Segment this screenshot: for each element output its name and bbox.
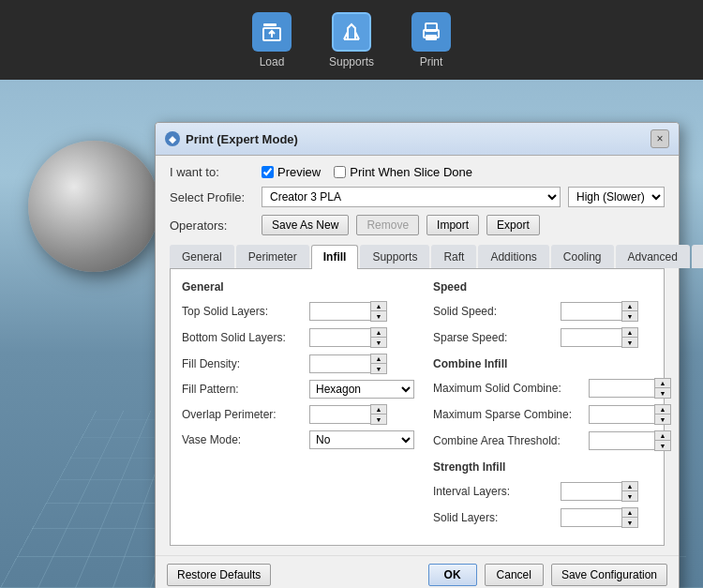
solid-speed-label: Solid Speed: bbox=[433, 305, 555, 318]
sparse-speed-up[interactable]: ▲ bbox=[622, 328, 637, 338]
top-solid-layers-spinner[interactable]: 6 ▲ ▼ bbox=[309, 301, 387, 322]
save-as-new-button[interactable]: Save As New bbox=[262, 215, 349, 235]
overlap-perimeter-spinner[interactable]: 15% ▲ ▼ bbox=[309, 404, 387, 425]
solid-layers-up[interactable]: ▲ bbox=[622, 508, 637, 518]
preview-checkbox[interactable] bbox=[262, 166, 274, 178]
combine-area-threshold-up[interactable]: ▲ bbox=[655, 431, 670, 441]
preview-checkbox-item[interactable]: Preview bbox=[262, 165, 321, 179]
max-sparse-combine-down[interactable]: ▼ bbox=[655, 415, 670, 424]
ok-button[interactable]: OK bbox=[428, 564, 477, 586]
top-solid-layers-row: Top Solid Layers: 6 ▲ ▼ bbox=[182, 301, 414, 322]
dialog-title-group: ◆ Print (Expert Mode) bbox=[165, 131, 298, 146]
tab-additions[interactable]: Additions bbox=[478, 245, 548, 268]
cancel-button[interactable]: Cancel bbox=[485, 564, 544, 586]
solid-speed-up[interactable]: ▲ bbox=[622, 302, 637, 311]
max-solid-combine-spinner-btns: ▲ ▼ bbox=[654, 378, 671, 399]
toolbar-item-print[interactable]: Print bbox=[411, 12, 451, 68]
select-profile-row: Select Profile: Creator 3 PLA High (Slow… bbox=[170, 187, 665, 207]
bottom-solid-layers-spinner-btns: ▲ ▼ bbox=[370, 327, 387, 348]
sparse-speed-down[interactable]: ▼ bbox=[622, 338, 637, 347]
i-want-to-label: I want to: bbox=[170, 165, 254, 179]
tab-general[interactable]: General bbox=[170, 245, 234, 268]
toolbar: Load Supports Print bbox=[0, 0, 703, 80]
max-solid-combine-up[interactable]: ▲ bbox=[655, 379, 670, 388]
combine-area-threshold-input[interactable]: 150mm^2 bbox=[589, 431, 654, 450]
solid-layers-spinner[interactable]: 1 ▲ ▼ bbox=[561, 507, 638, 528]
bottom-solid-layers-down[interactable]: ▼ bbox=[371, 338, 386, 347]
svg-point-7 bbox=[435, 33, 437, 35]
profile-select[interactable]: Creator 3 PLA bbox=[262, 187, 561, 207]
overlap-perimeter-up[interactable]: ▲ bbox=[371, 405, 386, 415]
dialog-title-icon: ◆ bbox=[165, 131, 180, 146]
max-solid-combine-input[interactable]: 1 Layers bbox=[589, 379, 654, 398]
print-when-done-checkbox-item[interactable]: Print When Slice Done bbox=[334, 165, 472, 179]
max-sparse-combine-spinner[interactable]: 2 Layers ▲ ▼ bbox=[589, 404, 671, 425]
tab-advanced[interactable]: Advanced bbox=[616, 245, 690, 268]
sparse-speed-input[interactable]: 100% bbox=[561, 328, 621, 347]
bottom-solid-layers-input[interactable]: 6 bbox=[309, 328, 370, 347]
import-button[interactable]: Import bbox=[426, 215, 479, 235]
combine-area-threshold-spinner[interactable]: 150mm^2 ▲ ▼ bbox=[589, 430, 671, 451]
top-solid-layers-down[interactable]: ▼ bbox=[371, 311, 386, 321]
toolbar-item-supports[interactable]: Supports bbox=[329, 12, 374, 68]
vase-mode-select[interactable]: No bbox=[309, 430, 414, 449]
bottom-solid-layers-up[interactable]: ▲ bbox=[371, 328, 386, 338]
overlap-perimeter-spinner-btns: ▲ ▼ bbox=[370, 404, 387, 425]
tab-cooling[interactable]: Cooling bbox=[551, 245, 614, 268]
interval-layers-spinner[interactable]: 0 ▲ ▼ bbox=[561, 481, 638, 502]
solid-speed-input[interactable]: 70% bbox=[561, 302, 621, 321]
max-solid-combine-spinner[interactable]: 1 Layers ▲ ▼ bbox=[589, 378, 671, 399]
supports-icon bbox=[332, 12, 371, 52]
solid-layers-down[interactable]: ▼ bbox=[622, 518, 637, 527]
solid-speed-spinner[interactable]: 70% ▲ ▼ bbox=[561, 301, 638, 322]
fill-density-down[interactable]: ▼ bbox=[371, 364, 386, 373]
close-button[interactable]: × bbox=[651, 129, 669, 148]
tab-others[interactable]: Others bbox=[692, 245, 703, 268]
vase-mode-label: Vase Mode: bbox=[182, 433, 304, 446]
fill-density-input[interactable]: 100% bbox=[309, 354, 370, 373]
export-button[interactable]: Export bbox=[486, 215, 540, 235]
svg-rect-0 bbox=[263, 23, 277, 26]
dialog-body: I want to: Preview Print When Slice Done… bbox=[156, 156, 679, 555]
tab-perimeter[interactable]: Perimeter bbox=[236, 245, 309, 268]
fill-density-spinner[interactable]: 100% ▲ ▼ bbox=[309, 354, 387, 374]
sparse-speed-spinner[interactable]: 100% ▲ ▼ bbox=[561, 327, 638, 348]
tab-raft[interactable]: Raft bbox=[431, 245, 476, 268]
remove-button[interactable]: Remove bbox=[356, 215, 419, 235]
top-solid-layers-up[interactable]: ▲ bbox=[371, 302, 386, 311]
top-solid-layers-spinner-btns: ▲ ▼ bbox=[370, 301, 387, 322]
combine-area-threshold-down[interactable]: ▼ bbox=[655, 441, 670, 450]
fill-density-up[interactable]: ▲ bbox=[371, 354, 386, 364]
infill-tab-content: General Top Solid Layers: 6 ▲ ▼ Bottom S… bbox=[170, 269, 665, 546]
max-sparse-combine-label: Maximum Sparse Combine: bbox=[433, 408, 583, 421]
solid-layers-input[interactable]: 1 bbox=[561, 508, 621, 527]
footer-left: Restore Defaults bbox=[167, 564, 271, 586]
print-dialog: ◆ Print (Expert Mode) × I want to: Previ… bbox=[155, 122, 680, 588]
overlap-perimeter-down[interactable]: ▼ bbox=[371, 415, 386, 424]
max-sparse-combine-input[interactable]: 2 Layers bbox=[589, 405, 654, 424]
solid-speed-spinner-btns: ▲ ▼ bbox=[621, 301, 638, 322]
interval-layers-down[interactable]: ▼ bbox=[622, 491, 637, 501]
max-solid-combine-down[interactable]: ▼ bbox=[655, 388, 670, 398]
interval-layers-input[interactable]: 0 bbox=[561, 482, 621, 501]
print-when-done-checkbox[interactable] bbox=[334, 166, 346, 178]
operators-label: Operators: bbox=[170, 219, 254, 233]
top-solid-layers-label: Top Solid Layers: bbox=[182, 305, 304, 318]
load-label: Load bbox=[260, 55, 285, 68]
overlap-perimeter-input[interactable]: 15% bbox=[309, 405, 370, 424]
save-configuration-button[interactable]: Save Configuration bbox=[551, 564, 667, 586]
fill-density-row: Fill Density: 100% ▲ ▼ bbox=[182, 354, 414, 374]
tab-infill[interactable]: Infill bbox=[311, 245, 359, 269]
solid-speed-down[interactable]: ▼ bbox=[622, 311, 637, 321]
restore-defaults-button[interactable]: Restore Defaults bbox=[167, 564, 271, 586]
fill-pattern-select[interactable]: Hexagon bbox=[309, 380, 414, 399]
quality-select[interactable]: High (Slower) bbox=[568, 187, 665, 207]
sparse-speed-spinner-btns: ▲ ▼ bbox=[621, 327, 638, 348]
bottom-solid-layers-spinner[interactable]: 6 ▲ ▼ bbox=[309, 327, 387, 348]
max-sparse-combine-up[interactable]: ▲ bbox=[655, 405, 670, 415]
tab-supports[interactable]: Supports bbox=[360, 245, 429, 268]
operators-row: Operators: Save As New Remove Import Exp… bbox=[170, 215, 665, 235]
top-solid-layers-input[interactable]: 6 bbox=[309, 302, 370, 321]
toolbar-item-load[interactable]: Load bbox=[252, 12, 292, 68]
interval-layers-up[interactable]: ▲ bbox=[622, 482, 637, 491]
